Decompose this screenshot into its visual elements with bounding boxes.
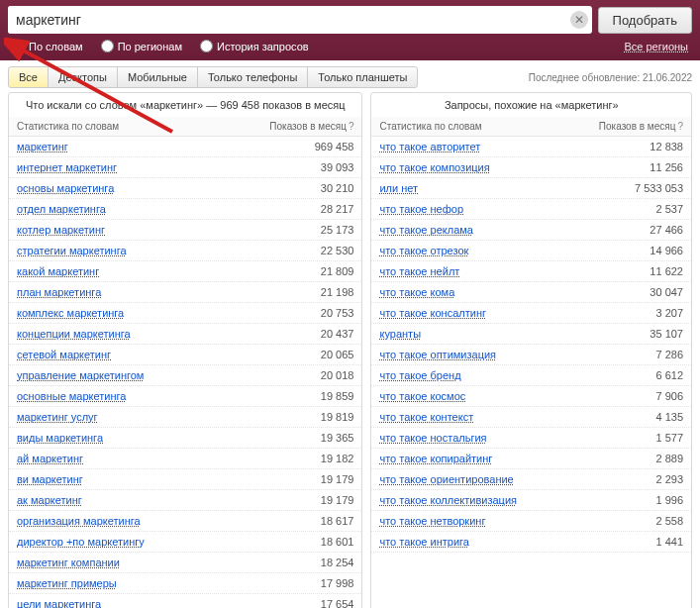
shows-value: 30 210 (313, 182, 354, 194)
header: ✕ Подобрать По словам По регионам Истори… (0, 0, 700, 60)
keyword-link[interactable]: что такое бренд (379, 369, 460, 381)
keyword-link[interactable]: или нет (379, 182, 418, 194)
submit-button[interactable]: Подобрать (598, 7, 692, 34)
tab-desktops[interactable]: Десктопы (48, 66, 118, 88)
shows-value: 11 256 (642, 161, 683, 173)
shows-value: 20 437 (313, 328, 354, 340)
keyword-link[interactable]: что такое нефор (379, 203, 463, 215)
clear-icon[interactable]: ✕ (570, 11, 588, 29)
keyword-link[interactable]: цели маркетинга (17, 598, 101, 608)
keyword-link[interactable]: маркетинг примеры (17, 577, 117, 589)
shows-value: 14 966 (642, 245, 683, 256)
keyword-link[interactable]: что такое кома (379, 286, 454, 298)
table-row: стратегии маркетинга22 530 (9, 241, 361, 261)
keyword-link[interactable]: что такое нейлт (379, 265, 459, 277)
table-row: что такое космос7 906 (371, 386, 691, 407)
keyword-link[interactable]: что такое контекст (379, 411, 473, 423)
keyword-link[interactable]: стратегии маркетинга (17, 245, 127, 256)
keyword-link[interactable]: основы маркетинга (17, 182, 114, 194)
keyword-link[interactable]: что такое ориентирование (379, 473, 513, 485)
keyword-link[interactable]: что такое оптимизация (379, 349, 496, 360)
keyword-link[interactable]: что такое космос (379, 390, 465, 402)
keyword-link[interactable]: ви маркетинг (17, 473, 83, 485)
search-input[interactable] (8, 6, 564, 34)
table-row: что такое кома30 047 (371, 282, 691, 303)
shows-value: 28 217 (313, 203, 354, 215)
tab-all[interactable]: Все (8, 66, 49, 88)
table-row: управление маркетингом20 018 (9, 365, 361, 386)
keyword-link[interactable]: организация маркетинга (17, 515, 141, 527)
table-row: отдел маркетинга28 217 (9, 199, 361, 220)
col-stat: Статистика по словам (379, 121, 481, 132)
shows-value: 2 889 (648, 453, 683, 464)
radio-history[interactable]: История запросов (200, 40, 309, 52)
shows-value: 35 107 (642, 328, 683, 340)
col-shows: Показов в месяц (599, 121, 676, 132)
keyword-link[interactable]: интернет маркетинг (17, 161, 117, 173)
keyword-link[interactable]: концепции маркетинга (17, 328, 131, 340)
keyword-link[interactable]: что такое коллективизация (379, 494, 517, 506)
col-stat: Статистика по словам (17, 121, 119, 132)
shows-value: 19 182 (313, 453, 354, 464)
last-updated: Последнее обновление: 21.06.2022 (529, 72, 692, 83)
keyword-link[interactable]: ай маркетинг (17, 453, 83, 464)
table-row: что такое коллективизация1 996 (371, 490, 691, 511)
tab-tablets[interactable]: Только планшеты (307, 66, 418, 88)
keyword-link[interactable]: маркетинг услуг (17, 411, 98, 423)
shows-value: 17 654 (313, 598, 354, 608)
table-row: концепции маркетинга20 437 (9, 324, 361, 345)
help-icon[interactable]: ? (349, 121, 354, 132)
keyword-link[interactable]: что такое консалтинг (379, 307, 486, 319)
shows-value: 19 819 (313, 411, 354, 423)
keyword-link[interactable]: отдел маркетинга (17, 203, 106, 215)
keyword-link[interactable]: какой маркетинг (17, 265, 99, 277)
shows-value: 18 254 (313, 557, 354, 568)
shows-value: 11 622 (642, 265, 683, 277)
radio-by-regions[interactable]: По регионам (101, 40, 182, 52)
keyword-link[interactable]: что такое интрига (379, 536, 469, 548)
keyword-link[interactable]: маркетинг компании (17, 557, 120, 568)
table-row: комплекс маркетинга20 753 (9, 303, 361, 324)
device-tabs-row: Все Десктопы Мобильные Только телефоны Т… (0, 60, 700, 92)
shows-value: 25 173 (313, 224, 354, 236)
keyword-link[interactable]: управление маркетингом (17, 369, 144, 381)
keyword-link[interactable]: комплекс маркетинга (17, 307, 124, 319)
keyword-link[interactable]: котлер маркетинг (17, 224, 105, 236)
keyword-link[interactable]: виды маркетинга (17, 432, 103, 444)
tab-mobile[interactable]: Мобильные (117, 66, 198, 88)
keyword-link[interactable]: маркетинг (17, 141, 68, 152)
shows-value: 30 047 (642, 286, 683, 298)
table-row: план маркетинга21 198 (9, 282, 361, 303)
help-icon[interactable]: ? (677, 121, 683, 132)
radio-by-words[interactable]: По словам (12, 40, 83, 52)
keyword-link[interactable]: основные маркетинга (17, 390, 126, 402)
keyword-link[interactable]: что такое композиция (379, 161, 489, 173)
keyword-link[interactable]: что такое нетворкинг (379, 515, 485, 527)
keyword-link[interactable]: что такое ностальгия (379, 432, 486, 444)
table-header: Статистика по словам Показов в месяц? (9, 117, 361, 137)
shows-value: 21 198 (313, 286, 354, 298)
tab-phones[interactable]: Только телефоны (197, 66, 308, 88)
panel-title: Что искали со словом «маркетинг» — 969 4… (9, 93, 361, 117)
keyword-link[interactable]: что такое авторитет (379, 141, 480, 152)
keyword-link[interactable]: что такое копирайтинг (379, 453, 492, 464)
keyword-link[interactable]: что такое отрезок (379, 245, 468, 256)
shows-value: 20 753 (313, 307, 354, 319)
keyword-link[interactable]: директор +по маркетингу (17, 536, 145, 548)
table-row: маркетинг примеры17 998 (9, 573, 361, 594)
keyword-link[interactable]: план маркетинга (17, 286, 101, 298)
shows-value: 17 998 (313, 577, 354, 589)
table-row: что такое оптимизация7 286 (371, 345, 691, 365)
all-regions-link[interactable]: Все регионы (624, 41, 688, 52)
shows-value: 12 838 (642, 141, 683, 152)
keyword-link[interactable]: ак маркетинг (17, 494, 82, 506)
table-row: котлер маркетинг25 173 (9, 220, 361, 241)
table-row: что такое ориентирование2 293 (371, 469, 691, 490)
keyword-link[interactable]: сетевой маркетинг (17, 349, 111, 360)
shows-value: 2 558 (648, 515, 683, 527)
keyword-link[interactable]: куранты (379, 328, 421, 340)
table-row: куранты35 107 (371, 324, 691, 345)
keyword-link[interactable]: что такое реклама (379, 224, 472, 236)
table-row: что такое ностальгия1 577 (371, 428, 691, 449)
table-row: организация маркетинга18 617 (9, 511, 361, 532)
